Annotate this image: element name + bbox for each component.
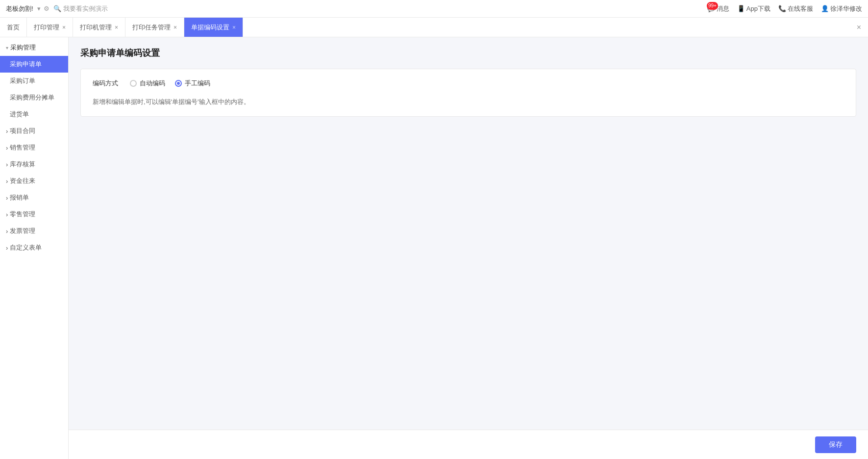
sidebar-group-sales-mgmt[interactable]: › 销售管理 xyxy=(0,139,68,156)
sidebar-group-retail-label: 零售管理 xyxy=(10,210,35,219)
manual-code-label: 手工编码 xyxy=(185,79,210,88)
arrow-icon-2: › xyxy=(6,128,8,135)
page-title: 采购申请单编码设置 xyxy=(80,47,856,59)
sidebar-group-capital-label: 资金往来 xyxy=(10,177,35,185)
app-download-label: App下载 xyxy=(746,4,770,13)
sidebar-item-stock-in[interactable]: 进货单 xyxy=(0,106,68,123)
settings-icon[interactable]: ⚙ xyxy=(44,5,50,12)
app-download-item[interactable]: 📱 App下载 xyxy=(737,4,770,13)
sidebar-group-purchase: ▾ 采购管理 采购申请单 采购订单 采购费用分摊单 进货单 xyxy=(0,39,68,123)
manual-code-radio[interactable] xyxy=(175,80,182,87)
auto-code-option[interactable]: 自动编码 xyxy=(130,79,165,88)
top-bar: 老板勿割! ▾ ⚙ 🔍 我要看实例演示 💬 99+ 消息 📱 App下载 📞 在… xyxy=(0,0,868,18)
auto-code-label: 自动编码 xyxy=(140,79,165,88)
tab-single-barcode-close[interactable]: × xyxy=(232,24,236,31)
notification-label: 消息 xyxy=(717,4,729,13)
top-bar-left: 老板勿割! ▾ ⚙ 🔍 我要看实例演示 xyxy=(6,4,108,13)
encoding-card: 编码方式 自动编码 手工编码 新增和编辑单据时,可以编辑'单据编号'输入框中的内… xyxy=(80,69,856,117)
tab-bar: 首页 打印管理 × 打印机管理 × 打印任务管理 × 单据编码设置 × × xyxy=(0,18,868,37)
arrow-icon-7: › xyxy=(6,211,8,218)
arrow-icon-5: › xyxy=(6,178,8,185)
tab-home[interactable]: 首页 xyxy=(0,18,27,37)
chevron-icon[interactable]: ▾ xyxy=(37,5,41,12)
top-bar-right: 💬 99+ 消息 📱 App下载 📞 在线客服 👤 徐泽华修改 xyxy=(707,4,862,13)
sidebar-item-purchase-request[interactable]: 采购申请单 xyxy=(0,56,68,73)
sidebar-item-purchase-expense[interactable]: 采购费用分摊单 xyxy=(0,89,68,106)
online-service-item[interactable]: 📞 在线客服 xyxy=(778,4,813,13)
sidebar-group-capital[interactable]: › 资金往来 xyxy=(0,173,68,189)
sidebar-group-purchase-title[interactable]: ▾ 采购管理 xyxy=(0,39,68,56)
tab-printer-mgmt[interactable]: 打印机管理 × xyxy=(73,18,125,37)
online-service-label: 在线客服 xyxy=(788,4,813,13)
sidebar-group-custom-forms[interactable]: › 自定义表单 xyxy=(0,239,68,256)
sidebar-group-purchase-label: 采购管理 xyxy=(10,43,36,52)
user-item[interactable]: 👤 徐泽华修改 xyxy=(821,4,862,13)
tab-print-mgmt[interactable]: 打印管理 × xyxy=(27,18,73,37)
hint-text: 新增和编辑单据时,可以编辑'单据编号'输入框中的内容。 xyxy=(93,98,844,106)
sidebar-group-project-contract[interactable]: › 项目合同 xyxy=(0,123,68,139)
notification-wrap: 💬 99+ xyxy=(707,5,715,12)
sidebar-item-stock-in-label: 进货单 xyxy=(10,110,29,118)
tab-home-label: 首页 xyxy=(7,23,20,32)
sidebar-group-return-label: 报销单 xyxy=(10,193,29,202)
tab-single-barcode[interactable]: 单据编码设置 × xyxy=(184,18,243,37)
download-icon: 📱 xyxy=(737,5,745,12)
tab-print-task-mgmt[interactable]: 打印任务管理 × xyxy=(125,18,184,37)
search-text: 我要看实例演示 xyxy=(63,4,108,13)
tab-print-task-mgmt-close[interactable]: × xyxy=(174,24,177,31)
sidebar-item-purchase-expense-label: 采购费用分摊单 xyxy=(10,94,54,101)
encoding-row: 编码方式 自动编码 手工编码 xyxy=(93,79,844,88)
tab-printer-mgmt-close[interactable]: × xyxy=(115,24,118,31)
main-layout: ▾ 采购管理 采购申请单 采购订单 采购费用分摊单 进货单 › 项目合同 › 销… xyxy=(0,37,868,459)
content-area: 采购申请单编码设置 编码方式 自动编码 手工编码 xyxy=(69,37,868,459)
sidebar-item-purchase-order-label: 采购订单 xyxy=(10,77,35,84)
tab-bar-global-close[interactable]: × xyxy=(850,18,868,37)
arrow-icon-8: › xyxy=(6,228,8,235)
sidebar-group-inventory[interactable]: › 库存核算 xyxy=(0,156,68,173)
save-button[interactable]: 保存 xyxy=(815,436,856,453)
content-inner: 采购申请单编码设置 编码方式 自动编码 手工编码 xyxy=(69,37,868,430)
search-icon: 🔍 xyxy=(53,5,61,12)
user-name: 徐泽华修改 xyxy=(830,4,862,13)
tab-single-barcode-label: 单据编码设置 xyxy=(191,23,229,32)
brand-text: 老板勿割! xyxy=(6,4,33,13)
tab-print-task-mgmt-label: 打印任务管理 xyxy=(132,23,171,32)
notification-item[interactable]: 💬 99+ 消息 xyxy=(707,4,729,13)
arrow-icon-3: › xyxy=(6,144,8,152)
encoding-label: 编码方式 xyxy=(93,79,118,88)
user-icon: 👤 xyxy=(821,5,829,12)
sidebar-group-sales-mgmt-label: 销售管理 xyxy=(10,143,35,152)
sidebar-group-return[interactable]: › 报销单 xyxy=(0,189,68,206)
arrow-icon-4: › xyxy=(6,161,8,168)
sidebar-item-purchase-order[interactable]: 采购订单 xyxy=(0,73,68,89)
radio-group: 自动编码 手工编码 xyxy=(130,79,210,88)
arrow-icon-9: › xyxy=(6,244,8,252)
sidebar-group-invoice[interactable]: › 发票管理 xyxy=(0,223,68,239)
tab-print-mgmt-close[interactable]: × xyxy=(62,24,66,31)
sidebar-item-purchase-request-label: 采购申请单 xyxy=(10,60,42,68)
arrow-icon: ▾ xyxy=(6,45,8,51)
top-bar-icons: ▾ ⚙ xyxy=(37,5,50,12)
tab-printer-mgmt-label: 打印机管理 xyxy=(80,23,112,32)
tab-print-mgmt-label: 打印管理 xyxy=(34,23,59,32)
notification-badge: 99+ xyxy=(707,2,718,10)
arrow-icon-6: › xyxy=(6,194,8,202)
manual-code-option[interactable]: 手工编码 xyxy=(175,79,210,88)
sidebar-group-invoice-label: 发票管理 xyxy=(10,227,35,235)
sidebar-group-project-contract-label: 项目合同 xyxy=(10,127,35,135)
content-footer: 保存 xyxy=(69,430,868,459)
sidebar-group-retail[interactable]: › 零售管理 xyxy=(0,206,68,223)
search-area[interactable]: 🔍 我要看实例演示 xyxy=(53,4,108,13)
sidebar: ▾ 采购管理 采购申请单 采购订单 采购费用分摊单 进货单 › 项目合同 › 销… xyxy=(0,37,69,459)
phone-icon: 📞 xyxy=(778,5,786,12)
sidebar-group-inventory-label: 库存核算 xyxy=(10,160,35,169)
sidebar-group-custom-forms-label: 自定义表单 xyxy=(10,243,42,252)
auto-code-radio[interactable] xyxy=(130,80,137,87)
